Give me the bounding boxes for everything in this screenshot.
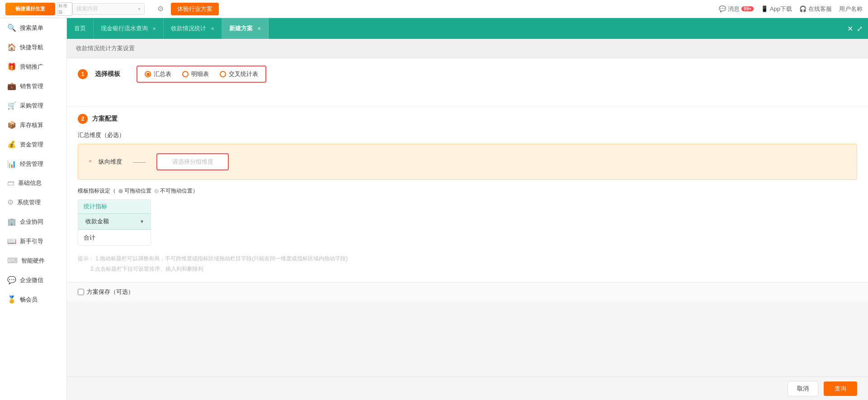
tab-receipt-stat-close[interactable]: ✕	[211, 26, 214, 31]
step2-row: 2 方案配置	[78, 114, 857, 124]
template-radio-group: 汇总表 明细表 交叉统计表	[137, 66, 266, 83]
step2-section: 2 方案配置 汇总维度（必选） * 纵向维度 —— 请选择分组维	[67, 114, 868, 282]
hint-2-text: 2.点击标题栏下拉可设置排序、插入列和删除列	[78, 266, 203, 272]
radio-cross-label: 交叉统计表	[229, 70, 258, 78]
step2-num: 2	[78, 114, 88, 124]
sidebar-item-label: 快捷导航	[20, 43, 43, 52]
step1-row: 1 选择模板 汇总表 明细表	[78, 66, 857, 83]
message-icon: 💬	[719, 5, 726, 12]
dimension-title-text: 汇总维度（必选）	[78, 132, 125, 138]
basic-info-icon: 🗃	[7, 179, 14, 187]
sidebar-item-label: 系统管理	[17, 198, 41, 207]
metrics-header-label: 统计指标	[84, 203, 107, 210]
tab-home[interactable]: 首页	[67, 18, 94, 39]
tab-new-plan[interactable]: 新建方案 ✕	[222, 18, 269, 39]
sidebar-item-label: 企业协同	[20, 218, 43, 226]
vertical-dim-label: 纵向维度	[99, 158, 122, 166]
online-support-label: 在线客服	[808, 5, 832, 13]
notification-badge: 99+	[741, 6, 754, 11]
tab-bank-flow-close[interactable]: ✕	[152, 26, 156, 31]
query-button[interactable]: 查询	[824, 381, 857, 396]
drag-dot: 可拖动位置	[118, 187, 151, 195]
tab-receipt-stat[interactable]: 收款情况统计 ✕	[164, 18, 222, 39]
logo-area: 畅捷通好生意 标准版	[5, 2, 72, 16]
tab-home-label: 首页	[74, 24, 86, 33]
main-layout: 🔍 搜索菜单 🏠 快捷导航 🎁 营销推广 💼 销售管理 🛒 采购管理 📦 库存核…	[0, 18, 868, 400]
hint-line-2: 2.点击标题栏下拉可设置排序、插入列和删除列	[78, 265, 857, 273]
dimension-select[interactable]: 请选择分组维度	[156, 153, 229, 170]
online-support-area[interactable]: 🎧 在线客服	[799, 5, 832, 13]
radio-cross[interactable]: 交叉统计表	[220, 70, 258, 78]
sidebar-item-label: 企业微信	[20, 276, 43, 284]
bottom-save-bar: 方案保存（可选）	[67, 282, 868, 301]
page-content: 收款情况统计方案设置 1 选择模板 汇总表	[67, 39, 868, 376]
hardware-icon: ⌨	[7, 256, 18, 265]
gear-icon[interactable]: ⚙	[154, 5, 167, 13]
quick-nav-icon: 🏠	[7, 43, 16, 52]
marketing-icon: 🎁	[7, 62, 16, 71]
tab-bank-flow[interactable]: 现金银行流水查询 ✕	[94, 18, 164, 39]
sidebar-item-member[interactable]: 🏅 畅会员	[0, 290, 66, 309]
sidebar-item-basic-info[interactable]: 🗃 基础信息	[0, 174, 66, 193]
hint-1-text: 1.拖动标题栏可以调整布局，不可跨维度或指标区域拖动栏目字段(只能在同一维度或指…	[95, 255, 348, 262]
metrics-col-header-row[interactable]: 收款金额 ▾	[78, 214, 151, 230]
sidebar-item-search-menu[interactable]: 🔍 搜索菜单	[0, 18, 66, 38]
sidebar-item-hardware[interactable]: ⌨ 智能硬件	[0, 251, 66, 270]
trial-button[interactable]: 体验行业方案	[171, 3, 219, 15]
tab-new-plan-close[interactable]: ✕	[257, 26, 261, 31]
sidebar-item-label: 智能硬件	[21, 257, 45, 265]
sidebar-item-enterprise[interactable]: 🏢 企业协同	[0, 212, 66, 231]
radio-summary-circle	[145, 71, 151, 77]
radio-summary[interactable]: 汇总表	[145, 70, 171, 78]
search-bar: 搜索内容 ▾	[72, 3, 145, 15]
wechat-icon: 💬	[7, 276, 16, 284]
sidebar-item-guide[interactable]: 📖 新手引导	[0, 231, 66, 251]
col-arrow-icon[interactable]: ▾	[141, 218, 143, 225]
headset-icon: 🎧	[799, 5, 807, 12]
required-star: *	[89, 159, 91, 165]
minimize-icon[interactable]: ✕	[847, 24, 853, 33]
notification-area[interactable]: 💬 消息 99+	[719, 5, 754, 13]
metrics-table-header: 统计指标	[78, 200, 151, 214]
logo-text: 畅捷通好生意	[15, 5, 45, 12]
app-download-area[interactable]: 📱 App下载	[761, 5, 792, 13]
step1-label: 选择模板	[95, 70, 120, 78]
sidebar-item-inventory[interactable]: 📦 库存核算	[0, 115, 66, 135]
radio-cross-circle	[220, 71, 226, 77]
divider-1	[67, 106, 868, 107]
cancel-button[interactable]: 取消	[788, 381, 818, 396]
sidebar-item-quick-nav[interactable]: 🏠 快捷导航	[0, 38, 66, 57]
metrics-table: 统计指标 收款金额 ▾ 合计	[78, 199, 151, 246]
sidebar-item-label: 经营管理	[20, 160, 43, 168]
step1-section: 1 选择模板 汇总表 明细表	[67, 58, 868, 99]
radio-detail[interactable]: 明细表	[182, 70, 209, 78]
tab-bar-actions: ✕ ⤢	[847, 24, 868, 33]
maximize-icon[interactable]: ⤢	[857, 24, 863, 33]
dimension-orange-area: * 纵向维度 —— 请选择分组维度	[78, 144, 857, 180]
search-placeholder-text: 搜索内容	[76, 5, 98, 13]
page-inner: 收款情况统计方案设置 1 选择模板 汇总表	[67, 39, 868, 301]
page-title: 收款情况统计方案设置	[76, 45, 135, 52]
search-menu-icon: 🔍	[7, 24, 16, 32]
username-display[interactable]: 用户名称	[839, 5, 863, 13]
enterprise-icon: 🏢	[7, 217, 16, 226]
sidebar-item-system[interactable]: ⚙ 系统管理	[0, 193, 66, 212]
sidebar-item-marketing[interactable]: 🎁 营销推广	[0, 57, 66, 76]
sidebar-item-sales[interactable]: 💼 销售管理	[0, 76, 66, 96]
finance-icon: 💰	[7, 140, 16, 149]
drag-dot-icon	[118, 189, 123, 193]
sidebar-item-wechat[interactable]: 💬 企业微信	[0, 270, 66, 290]
save-plan-checkbox-label[interactable]: 方案保存（可选）	[78, 288, 134, 296]
tab-bar: 首页 现金银行流水查询 ✕ 收款情况统计 ✕ 新建方案 ✕ ✕ ⤢	[67, 18, 868, 39]
tab-new-plan-label: 新建方案	[229, 24, 253, 33]
hint-line-1: 提示： 1.拖动标题栏可以调整布局，不可跨维度或指标区域拖动栏目字段(只能在同一…	[78, 255, 857, 263]
header-search-area: 搜索内容 ▾	[72, 3, 154, 15]
purchase-icon: 🛒	[7, 101, 16, 110]
save-plan-checkbox[interactable]	[78, 289, 84, 295]
sidebar-item-label: 销售管理	[20, 82, 43, 90]
sidebar-item-purchase[interactable]: 🛒 采购管理	[0, 96, 66, 115]
sidebar-item-finance[interactable]: 💰 资金管理	[0, 135, 66, 154]
sidebar-item-operations[interactable]: 📊 经营管理	[0, 154, 66, 174]
metrics-setting-row: 模板指标设定（ 可拖动位置 不可拖动位置）	[78, 187, 857, 195]
search-dropdown-icon[interactable]: ▾	[138, 6, 141, 12]
